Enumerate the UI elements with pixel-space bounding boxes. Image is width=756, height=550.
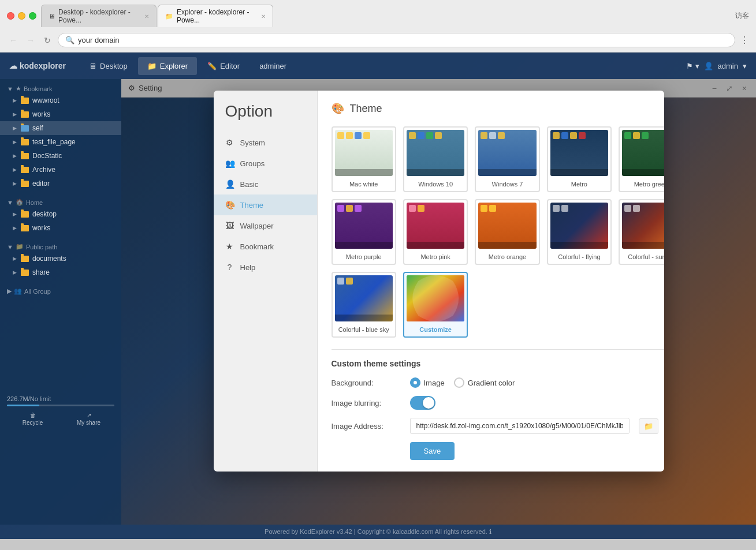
mini-icon [642,132,649,139]
theme-item-colorful-sunset[interactable]: Colorful - sunset [619,199,664,265]
sidebar-item-wwwroot[interactable]: ▶ wwwroot [0,93,121,107]
theme-item-metro-orange[interactable]: Metro orange [475,199,539,265]
theme-preview-colorful-flying [550,203,608,249]
sidebar-item-share[interactable]: ▶ share [0,265,121,279]
image-address-input[interactable] [410,418,630,434]
close-traffic-light[interactable] [7,12,14,20]
mini-icon [409,205,416,212]
tab-2-close[interactable]: ✕ [261,13,266,20]
background-row: Background: Image Gradient c [332,377,664,388]
theme-metro-orange-label: Metro orange [478,252,536,261]
logo-icon: ☁ [9,61,17,70]
sidebar-item-archive[interactable]: ▶ Archive [0,163,121,177]
tab-1-close[interactable]: ✕ [144,13,149,20]
theme-item-colorful-bluesky[interactable]: Colorful - blue sky [332,272,396,338]
minimize-traffic-light[interactable] [18,12,25,20]
theme-item-mac-white[interactable]: Mac white [332,126,396,192]
theme-preview-win7 [478,130,536,176]
folder-icon [21,270,29,276]
groups-icon: 👥 [225,159,234,168]
sidebar-item-editor[interactable]: ▶ editor [0,177,121,190]
sidebar-item-self[interactable]: ▶ self [0,121,121,135]
option-menu-basic[interactable]: 👤 Basic [214,174,317,194]
expand-icon: ▶ [12,139,17,145]
home-expand-icon[interactable]: ▼ [7,199,13,206]
theme-preview-metro-orange [478,203,536,249]
tab-1-icon: 🖥 [49,13,55,20]
theme-metro-green-label: Metro green [622,179,664,189]
theme-item-metro-pink[interactable]: Metro pink [403,199,468,265]
modal-overlay: Option ⚙ System 👥 Groups 👤 [121,79,756,525]
browse-button[interactable]: 📁 [639,418,658,434]
address-input[interactable] [78,36,728,44]
theme-item-customize[interactable]: Customize [403,272,468,338]
maximize-traffic-light[interactable] [29,12,36,20]
option-menu-bookmark[interactable]: ★ Bookmark [214,236,317,257]
sidebar-item-works2[interactable]: ▶ works [0,221,121,235]
recycle-button[interactable]: 🗑 Recycle [7,412,58,426]
item-works2-label: works [32,224,50,232]
theme-item-colorful-flying[interactable]: Colorful - flying [547,199,612,265]
mini-icon [489,205,496,212]
image-blurring-toggle[interactable] [410,396,435,410]
sidebar-item-docstatic[interactable]: ▶ DocStatic [0,149,121,163]
option-menu-wallpaper[interactable]: 🖼 Wallpaper [214,215,317,236]
sidebar-allgroup-group[interactable]: ▶ 👥 All Group [0,284,121,296]
browser-tab-2[interactable]: 📁 Explorer - kodexplorer - Powe... ✕ [158,5,273,27]
back-button[interactable]: ← [7,35,20,46]
folder-icon [21,139,29,145]
mini-taskbar [478,169,536,176]
nav-editor[interactable]: ✏️ Editor [198,57,249,75]
expand-icon: ▶ [12,167,17,173]
mini-icon [346,278,353,285]
image-radio-item[interactable]: Image [410,377,445,388]
theme-item-win10[interactable]: Windows 10 [403,126,468,192]
sidebar-item-desktop[interactable]: ▶ desktop [0,207,121,221]
browser-tab-1[interactable]: 🖥 Desktop - kodexplorer - Powe... ✕ [41,5,157,27]
allgroup-expand-icon: ▶ [7,287,12,295]
mini-taskbar [407,169,464,176]
sidebar-public-section: ▼ 📁 Public path ▶ documents ▶ share [0,237,121,282]
nav-adminer[interactable]: adminer [250,57,296,75]
mini-icon [579,132,586,139]
option-menu-theme[interactable]: 🎨 Theme [214,194,317,215]
flag-icon[interactable]: ⚑ ▾ [686,62,699,70]
forward-button[interactable]: → [24,35,37,46]
item-works-label: works [32,110,50,118]
mini-icon [346,132,353,139]
expand-icon: ▶ [12,270,17,275]
reload-button[interactable]: ↻ [42,35,53,46]
public-expand-icon[interactable]: ▼ [7,244,13,250]
mini-icons [481,132,534,139]
nav-editor-label: Editor [220,62,240,70]
option-menu-help[interactable]: ? Help [214,257,317,278]
sidebar-item-test[interactable]: ▶ test_file_page [0,135,121,149]
footer-text: Powered by KodExplorer v3.42 | Copyright… [265,528,491,535]
theme-item-win7[interactable]: Windows 7 [475,126,539,192]
nav-explorer[interactable]: 📁 Explorer [138,57,197,75]
mini-icon [409,132,416,139]
sidebar-item-works[interactable]: ▶ works [0,107,121,121]
custom-settings-section: Custom theme settings Background: Image [332,349,664,460]
more-button[interactable]: ⋮ [740,35,749,46]
theme-item-metro[interactable]: Metro [547,126,612,192]
option-menu-groups[interactable]: 👥 Groups [214,153,317,174]
sidebar-item-documents[interactable]: ▶ documents [0,252,121,265]
mini-icon [561,132,568,139]
option-menu-system[interactable]: ⚙ System [214,132,317,153]
myshare-button[interactable]: ↗ My share [63,412,114,426]
theme-item-metro-purple[interactable]: Metro purple [332,199,396,265]
save-button[interactable]: Save [410,442,455,460]
theme-colorful-sunset-label: Colorful - sunset [622,252,664,261]
theme-metro-pink-label: Metro pink [407,252,464,261]
myshare-label: My share [77,420,100,426]
expand-icon: ▶ [12,211,17,217]
gradient-radio-item[interactable]: Gradient color [454,377,515,388]
nav-desktop[interactable]: 🖥 Desktop [80,57,137,75]
bookmark-expand-icon[interactable]: ▼ [7,85,13,92]
folder-icon [21,181,29,187]
user-menu-chevron[interactable]: ▾ [743,62,747,70]
app-header-right: ⚑ ▾ 👤 admin ▾ [686,62,747,70]
theme-item-metro-green[interactable]: Metro green [619,126,664,192]
browser-tabs: 🖥 Desktop - kodexplorer - Powe... ✕ 📁 Ex… [41,5,731,27]
